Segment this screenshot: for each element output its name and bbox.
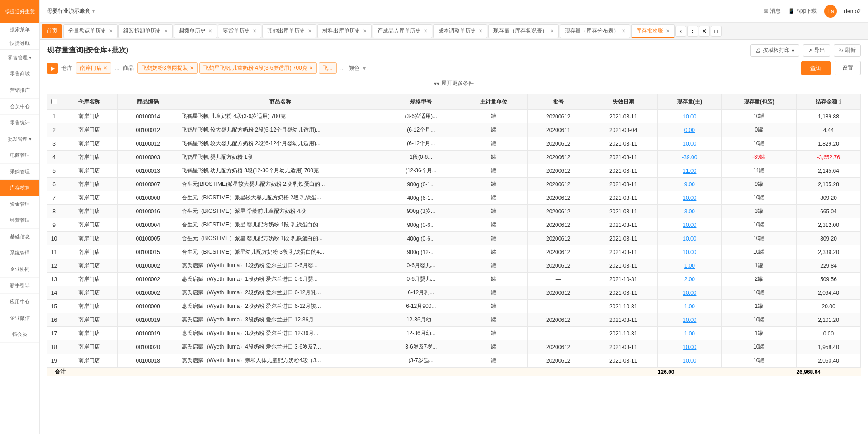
row-qty[interactable]: 10.00 <box>658 313 722 327</box>
sidebar-item-ops[interactable]: 经营管理 <box>0 212 39 229</box>
row-qty[interactable]: 10.00 <box>658 137 722 151</box>
tab-item-7[interactable]: 产成品入库单历史✕ <box>373 24 432 38</box>
tab-close-10[interactable]: ✕ <box>622 28 625 33</box>
sidebar-item-member[interactable]: 会员中心 <box>0 99 39 115</box>
tab-item-5[interactable]: 其他出库单历史✕ <box>262 24 316 38</box>
row-qty[interactable]: 1.00 <box>658 327 722 340</box>
tab-item-1[interactable]: 分量盘点单历史✕ <box>63 24 118 38</box>
col-code-header: 商品编码 <box>117 94 179 110</box>
amount-info-icon[interactable]: ℹ <box>839 99 841 105</box>
message-button[interactable]: ✉ 消息 <box>764 7 781 15</box>
sidebar-item-retail[interactable]: 零售管理 ▾ <box>0 50 39 66</box>
sidebar-item-member2[interactable]: 畅会员 <box>0 326 39 343</box>
tab-close-4[interactable]: ✕ <box>253 28 256 33</box>
row-qty[interactable]: 2.00 <box>658 273 722 286</box>
row-qty[interactable]: 10.00 <box>658 191 722 205</box>
tab-item-8[interactable]: 成本调整单历史✕ <box>433 24 487 38</box>
row-warehouse: 南岸门店 <box>61 191 118 205</box>
setting-button[interactable]: 设置 <box>835 61 861 75</box>
tab-close-5[interactable]: ✕ <box>308 28 311 33</box>
row-qty-pkg: 10罐 <box>722 191 797 205</box>
row-qty[interactable]: 10.00 <box>658 232 722 245</box>
product-tag-3[interactable]: 飞... <box>319 62 337 74</box>
account-selector[interactable]: 母婴行业演示账套 ▾ <box>47 7 95 15</box>
user-avatar[interactable]: Ea <box>824 5 837 18</box>
warehouse-more-dots[interactable]: ... <box>115 65 119 71</box>
row-qty[interactable]: 1.00 <box>658 259 722 273</box>
refresh-button[interactable]: ↻ 刷新 <box>834 44 861 57</box>
tab-item-6[interactable]: 材料出库单历史✕ <box>317 24 372 38</box>
sidebar-item-mall[interactable]: 零售商城 <box>0 66 39 82</box>
search-menu[interactable]: 搜索菜单 <box>0 23 39 37</box>
product-tag-1-close[interactable]: ✕ <box>190 66 193 71</box>
tab-item-3[interactable]: 调拨单历史✕ <box>174 24 217 38</box>
tab-item-11[interactable]: 库存批次账✕ <box>631 24 675 38</box>
goods-filter-label: 商品 <box>123 64 134 72</box>
sidebar-item-base[interactable]: 基础信息 <box>0 229 39 245</box>
product-tag-2[interactable]: 飞鹤星飞帆 儿童奶粉 4段(3-6岁适用) 700克 ✕ <box>199 62 317 74</box>
sidebar-item-stats[interactable]: 零售统计 <box>0 115 39 131</box>
row-qty[interactable]: 10.00 <box>658 286 722 300</box>
row-spec: 6-12月900... <box>382 300 460 313</box>
tab-scroll-left[interactable]: ‹ <box>675 26 686 37</box>
product-tag-2-close[interactable]: ✕ <box>309 66 313 71</box>
quick-nav[interactable]: 快捷导航 <box>0 37 39 50</box>
query-button[interactable]: 查询 <box>801 61 831 75</box>
row-qty[interactable]: 1.00 <box>658 300 722 313</box>
row-qty[interactable]: 0.00 <box>658 123 722 137</box>
row-qty[interactable]: 10.00 <box>658 354 722 368</box>
tab-item-4[interactable]: 要货单历史✕ <box>218 24 261 38</box>
tab-close-1[interactable]: ✕ <box>109 28 113 33</box>
sidebar-item-appcenter[interactable]: 应用中心 <box>0 294 39 310</box>
product-tag-1[interactable]: 飞鹤奶粉3段两提装 ✕ <box>137 62 198 74</box>
sidebar-item-finance[interactable]: 资金管理 <box>0 196 39 212</box>
sidebar-item-wholesale[interactable]: 批发管理 ▾ <box>0 131 39 147</box>
select-all-checkbox[interactable] <box>51 99 57 104</box>
sidebar-item-guide[interactable]: 新手引导 <box>0 278 39 294</box>
sidebar-item-system[interactable]: 系统管理 <box>0 245 39 261</box>
tab-close-6[interactable]: ✕ <box>363 28 367 33</box>
tab-item-0[interactable]: 首页 <box>42 24 62 38</box>
tab-close-7[interactable]: ✕ <box>424 28 427 33</box>
sidebar-item-corpwx[interactable]: 企业微信 <box>0 310 39 326</box>
row-qty[interactable]: 9.00 <box>658 178 722 191</box>
tab-item-2[interactable]: 组装拆卸单历史✕ <box>118 24 173 38</box>
tab-close-11[interactable]: ✕ <box>666 28 670 33</box>
page-title: 现存量查询(按仓库+批次) <box>47 46 128 55</box>
tab-close-9[interactable]: ✕ <box>550 28 554 33</box>
row-qty[interactable]: 10.00 <box>658 110 722 123</box>
app-download-button[interactable]: 📱 App下载 <box>788 7 817 15</box>
template-print-button[interactable]: 🖨 按模板打印 ▾ <box>750 44 799 57</box>
sidebar-item-inventory[interactable]: 库存核算 <box>0 180 39 196</box>
row-unit: 罐 <box>460 191 528 205</box>
col-name-header: 商品名称 <box>179 94 382 110</box>
color-dropdown-arrow[interactable]: ▾ <box>363 65 366 71</box>
row-qty[interactable]: 11.00 <box>658 164 722 178</box>
warehouse-tag[interactable]: 南岸门店 ✕ <box>76 62 111 74</box>
sidebar-item-corp[interactable]: 企业协同 <box>0 261 39 278</box>
row-qty[interactable]: -39.00 <box>658 151 722 164</box>
row-qty-pkg: 10罐 <box>722 137 797 151</box>
row-qty[interactable]: 3.00 <box>658 205 722 218</box>
tab-close-2[interactable]: ✕ <box>164 28 168 33</box>
tab-close-3[interactable]: ✕ <box>208 28 212 33</box>
warehouse-tag-close[interactable]: ✕ <box>104 66 107 71</box>
row-batch: 20200612 <box>528 151 589 164</box>
goods-more-dots[interactable]: ... <box>340 65 345 71</box>
row-qty[interactable]: 10.00 <box>658 245 722 259</box>
tab-item-9[interactable]: 现存量（库存状况表）✕ <box>488 24 559 38</box>
sidebar-item-marketing[interactable]: 营销推广 <box>0 82 39 99</box>
sidebar-item-purchase[interactable]: 采购管理 <box>0 164 39 180</box>
tab-close-8[interactable]: ✕ <box>479 28 482 33</box>
tab-item-10[interactable]: 现存量（库存分布表）✕ <box>560 24 630 38</box>
row-qty[interactable]: 10.00 <box>658 340 722 354</box>
export-button[interactable]: ↗ 导出 <box>803 44 830 57</box>
filter-expand-btn[interactable]: ▶ <box>47 63 58 74</box>
tab-maximize[interactable]: □ <box>711 26 722 37</box>
tab-close-all[interactable]: ✕ <box>699 26 710 37</box>
row-amount: 2,339.20 <box>797 245 861 259</box>
sidebar-item-ecom[interactable]: 电商管理 <box>0 147 39 164</box>
row-qty[interactable]: 10.00 <box>658 218 722 232</box>
expand-more-btn[interactable]: ▾▾ 展开更多条件 <box>430 78 477 89</box>
tab-scroll-right[interactable]: › <box>687 26 698 37</box>
